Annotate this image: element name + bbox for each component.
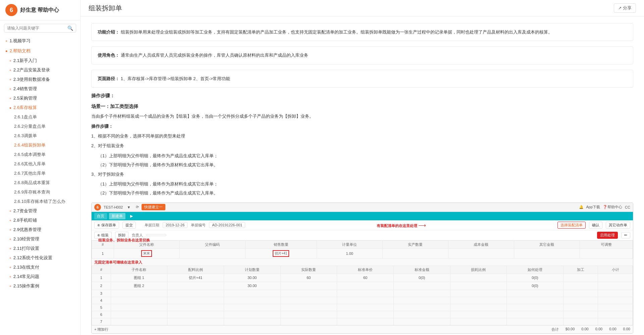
mock-person-input[interactable] [146, 234, 166, 236]
th-actual-qty: 实产数量 [382, 240, 448, 248]
cell-parent-code [179, 248, 245, 258]
search-bar[interactable]: 🔍 [4, 24, 76, 33]
sidebar-item-payment[interactable]: + 2.13在线支付 [0, 263, 80, 272]
mock-save-btn[interactable]: ⊕ 保存跟单 [94, 222, 119, 229]
bth-std-price: 标准单价 [337, 266, 394, 274]
search-input[interactable] [7, 26, 67, 31]
mock-enable-btn[interactable]: 启用处理 [597, 232, 618, 239]
plus-icon-2: + [9, 59, 11, 63]
mock-cc-icon: CC [625, 205, 630, 209]
plus-icon-9: + [9, 228, 11, 232]
sidebar-item-purchase[interactable]: + 2.5采购管理 [0, 94, 80, 103]
mock-bot-table: # 子件名称 配料比例 计划数量 实际数量 标准单价 标准金额 损耗比例 如何处… [92, 266, 633, 325]
th-sales-qty: 销售数量 [245, 240, 317, 248]
ops-steps-label: 操作步骤： [91, 93, 633, 99]
cell-num: 1 [92, 248, 114, 258]
app-name: 好生意 帮助中心 [20, 7, 59, 14]
sidebar-item-cost-adjust[interactable]: 2.6.5成本调整单 [0, 150, 80, 159]
sidebar-item-newbie[interactable]: + 2.1新手入门 [0, 56, 80, 65]
sidebar-item-cases[interactable]: + 2.15操作案例 [0, 281, 80, 291]
mock-confirm-btn[interactable]: 确认 [589, 222, 602, 229]
sidebar-item-other-outbound[interactable]: 2.6.7其他出库单 [0, 169, 80, 178]
mock-tab-new[interactable]: 新建单 [109, 213, 125, 219]
mock-select-assembly-btn[interactable]: 选择装配清单 [557, 222, 586, 229]
mock-submit-btn[interactable]: 提交 [122, 222, 136, 229]
circle-icon: ● [5, 49, 8, 53]
mock-teal-nav: 自页 新建单 ▶ [92, 212, 633, 220]
share-button[interactable]: ↗ 分享 [614, 3, 636, 13]
mock-edit-icon[interactable]: ✏ [621, 232, 630, 238]
sidebar-item-inventory-ledger[interactable]: 2.6.9库存账本查询 [0, 187, 80, 197]
func-intro-box: 功能介绍： 组装拆卸单用来处理企业组装或拆卸等加工业务，支持有固定装配清单的产品… [91, 23, 633, 41]
sidebar-item-operations[interactable]: + 2.10经营管理 [0, 234, 80, 244]
path-box: 页面路径： 1、库存核算->库存管理->组装拆卸单 2、首页->常用功能 [91, 70, 633, 88]
mock-bot-table-area: 无固定清单可继续在这里录入 # 子件名称 配料比例 计划数量 实际数量 标准单价… [92, 259, 633, 333]
mock-tab-self[interactable]: 自页 [94, 213, 107, 219]
mock-date-label: 单据日期 [145, 223, 159, 228]
sidebar-item-install[interactable]: + 2.2产品安装及登录 [0, 65, 80, 75]
plus-icon-5: + [9, 87, 11, 91]
mock-tab-quick[interactable]: ▶ [127, 213, 136, 219]
bth-num: # [92, 266, 111, 274]
mock-help-icon: ❓帮助中心 [603, 205, 622, 210]
step2: 2、对于组装业务 [91, 142, 633, 150]
step3-sub1: （1）上部明细为父件明细，最终作为原材料生成其它出库单； [91, 180, 633, 188]
plus-icon-7: + [9, 209, 11, 213]
plus-icon: + [5, 39, 7, 43]
sidebar-item-help-docs[interactable]: ● 2.帮助文档 [0, 46, 80, 56]
annotation-area-1: 有装配清单的在这里处理 ⟶ [249, 222, 554, 228]
mock-num-val[interactable]: AD-20191226-001 [209, 222, 245, 228]
mock-total-1: $0.00 [566, 327, 575, 332]
sidebar-item-print[interactable]: + 2.11打印设置 [0, 244, 80, 253]
cell-sales-qty-val[interactable]: 切片+41 [273, 250, 289, 257]
mock-date-val[interactable]: 2019-12-26 [163, 222, 187, 228]
sidebar-item-video[interactable]: + 1.视频学习 [0, 36, 80, 46]
sidebar-item-sales[interactable]: + 2.4销售管理 [0, 84, 80, 94]
cell-adjust [580, 248, 633, 258]
sidebar-item-ledger-error[interactable]: 2.6.10库存账本错了怎么办 [0, 197, 80, 206]
sidebar-item-stocktake[interactable]: 2.6.1盘点单 [0, 112, 80, 122]
sidebar-item-coupon[interactable]: + 2.9优惠券管理 [0, 225, 80, 234]
sidebar-item-partial-stocktake[interactable]: 2.6.2分量盘点单 [0, 122, 80, 131]
step2-sub2: （2）下部明细为子件明细，最终作为原材料生成其它出库单。 [91, 161, 633, 169]
cell-parent-name-val[interactable]: 米米 [141, 250, 152, 257]
sidebar-item-custom[interactable]: + 2.12系统个性化设置 [0, 253, 80, 263]
sidebar-item-other-inbound[interactable]: 2.6.6其他入库单 [0, 159, 80, 169]
content-area: 功能介绍： 组装拆卸单用来处理企业组装或拆卸等加工业务，支持有固定装配清单的产品… [80, 16, 644, 335]
mock-other-btn[interactable]: 其它动作单 [606, 222, 630, 229]
mock-add-row-btn[interactable]: + 增加行 [94, 327, 108, 332]
bot-table-row-1: 1 图组 1 切片+41 30.00 60 60 0(0) 0(0) [92, 274, 633, 282]
table-row: 1 米米 切片+41 1.00 [92, 248, 633, 258]
cell-unit: 1.00 [317, 248, 382, 258]
sidebar-item-assembly[interactable]: 2.6.4组装拆卸单 [0, 141, 80, 150]
search-icon[interactable]: 🔍 [67, 25, 73, 31]
mock-quick-btn[interactable]: 快捷建立一 [142, 204, 165, 210]
sidebar-item-finance[interactable]: + 2.7资金管理 [0, 206, 80, 216]
role-label: 使用角色： [98, 53, 119, 58]
mock-top-table-area: # 父件名称 父件编码 销售数量 计量单位 实产数量 成本金额 其它金额 可调整 [92, 240, 633, 259]
sidebar-item-inventory[interactable]: ● 2.6库存核算 [0, 103, 80, 112]
annotation2-text: 组装业务、拆卸业务在这里切换 [98, 238, 150, 243]
plus-icon-4: + [9, 78, 11, 81]
mock-total-4: 0.00 [609, 327, 616, 332]
sidebar-item-data-prep[interactable]: + 2.3使用前数据准备 [0, 75, 80, 84]
mock-totals-row: + 增加行 合计 $0.00 0.00 0.00 0.00 0.00 [92, 325, 633, 333]
bot-table-row-5: 5 [92, 304, 633, 311]
bot-table-row-4: 4 [92, 297, 633, 304]
share-icon: ↗ [618, 6, 622, 10]
bth-actual-qty: 实际数量 [280, 266, 337, 274]
role-text: 通常由生产人员或库管人员完成拆装业务的操作，库管人员确认原材料的出库和产成品的入… [121, 53, 308, 58]
cell-parent-name: 米米 [114, 248, 179, 258]
sidebar-item-faq[interactable]: + 2.14常见问题 [0, 272, 80, 281]
mock-dropdown-icon: ▼ [127, 205, 130, 209]
sidebar-item-mobile[interactable]: + 2.8手机旺铺 [0, 216, 80, 225]
mock-header-id: TEST-H002 [104, 205, 123, 209]
page-title: 组装拆卸单 [89, 4, 122, 13]
cell-other [514, 248, 580, 258]
role-box: 使用角色： 通常由生产人员或库管人员完成拆装业务的操作，库管人员确认原材料的出库… [91, 46, 633, 64]
plus-icon-14: + [9, 275, 11, 279]
scenario1-label: 场景一：加工类型选择 [91, 104, 633, 110]
sidebar-item-cost-recalc[interactable]: 2.6.8商品成本重算 [0, 178, 80, 187]
bth-loss: 损耗比例 [450, 266, 507, 274]
sidebar-item-transfer[interactable]: 2.6.3调拨单 [0, 131, 80, 141]
